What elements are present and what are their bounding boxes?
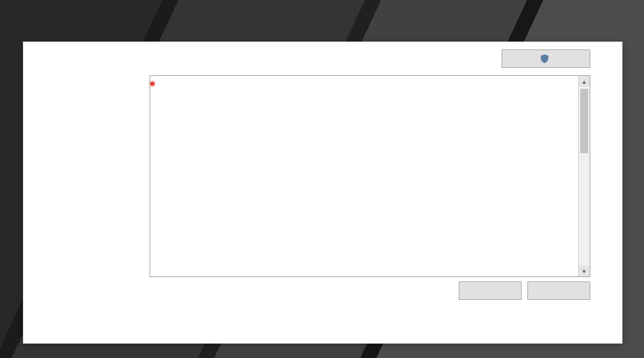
column-headers	[150, 76, 590, 82]
rows-container	[150, 92, 579, 276]
shield-icon	[540, 54, 550, 64]
highlight-box	[150, 82, 155, 86]
remove-button[interactable]	[527, 281, 590, 300]
firewall-allowed-apps-panel: ▴ ▾	[23, 42, 623, 344]
scroll-down-button[interactable]: ▾	[579, 266, 590, 276]
scroll-thumb[interactable]	[580, 89, 588, 153]
button-row	[150, 277, 590, 300]
details-button[interactable]	[459, 281, 522, 300]
scrollbar[interactable]: ▴ ▾	[578, 76, 590, 276]
change-settings-button[interactable]	[502, 49, 590, 68]
allowed-apps-listbox: ▴ ▾	[150, 75, 590, 277]
scroll-up-button[interactable]: ▴	[579, 76, 590, 87]
top-actions-row	[150, 51, 590, 71]
